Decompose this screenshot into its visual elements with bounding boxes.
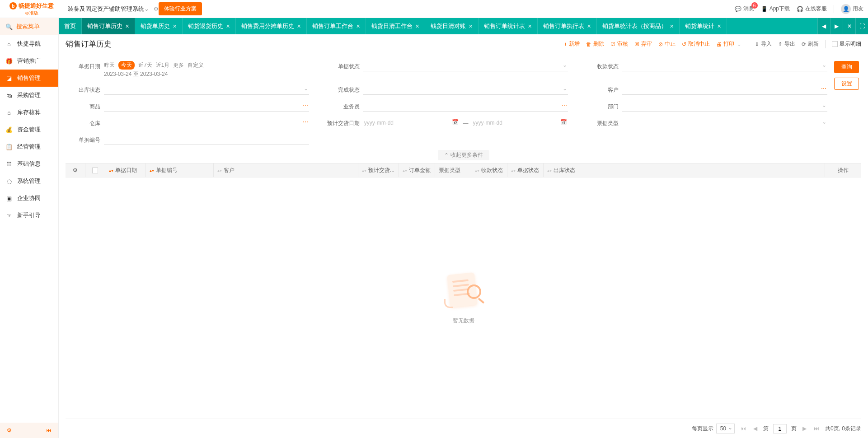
done-status-select[interactable] — [363, 84, 568, 95]
calendar-icon[interactable]: 📅 — [560, 119, 567, 125]
col-settings[interactable]: ⚙ — [66, 163, 85, 177]
page-last[interactable]: ⏭ — [812, 425, 821, 432]
collapse-sidebar-icon[interactable]: ⏮ — [46, 427, 52, 433]
tab[interactable]: 销售费用分摊单历史✕ — [236, 18, 307, 34]
tab[interactable]: 销货退货历史✕ — [183, 18, 236, 34]
calendar-icon[interactable]: 📅 — [452, 119, 459, 125]
settings-icon[interactable]: ⚙ — [7, 427, 12, 433]
stop-button[interactable]: ⊘中止 — [658, 40, 676, 48]
sidebar-item[interactable]: 💰资金管理 — [0, 121, 58, 138]
sidebar-item[interactable]: ⌂库存核算 — [0, 104, 58, 121]
tab-close-icon[interactable]: ✕ — [528, 23, 532, 29]
col-out[interactable]: ▴▾出库状态 — [544, 163, 825, 177]
tab[interactable]: 钱货日清工作台✕ — [366, 18, 425, 34]
date-yesterday[interactable]: 昨天 — [104, 61, 115, 69]
gear-icon[interactable]: ⚙ — [154, 6, 159, 12]
settings-button[interactable]: 设置 — [834, 78, 859, 90]
export-button[interactable]: ⇑导出 — [778, 40, 795, 48]
sidebar-search[interactable]: 🔍 搜索菜单 — [0, 18, 58, 35]
chevron-down-icon[interactable]: ⌄ — [563, 62, 567, 68]
tab[interactable]: 销售订单统计表✕ — [479, 18, 538, 34]
sidebar-item[interactable]: ☷基础信息 — [0, 155, 58, 172]
message-button[interactable]: 💬 消息 6 — [735, 5, 754, 13]
tab-close-icon[interactable]: ✕ — [356, 23, 360, 29]
tab-close-icon[interactable]: ✕ — [717, 23, 721, 29]
more-icon[interactable]: ⋯ — [821, 85, 826, 92]
online-service-button[interactable]: 🎧 在线客服 — [797, 5, 827, 13]
unstop-button[interactable]: ↺取消中止 — [682, 40, 710, 48]
date-month[interactable]: 近1月 — [156, 61, 170, 69]
chevron-down-icon[interactable]: ⌄ — [822, 102, 826, 108]
col-date[interactable]: ▴▾单据日期 — [105, 163, 146, 177]
abandon-button[interactable]: ☒弃审 — [634, 40, 652, 48]
app-download-button[interactable]: 📱 App下载 — [761, 5, 790, 13]
tab-close-icon[interactable]: ✕ — [415, 23, 419, 29]
doc-status-select[interactable] — [363, 61, 568, 71]
collapse-filters-button[interactable]: ⌃收起更多条件 — [438, 150, 489, 160]
ticket-type-select[interactable] — [622, 118, 827, 128]
product-picker[interactable] — [104, 101, 309, 112]
warehouse-picker[interactable] — [104, 118, 309, 128]
tab-fullscreen[interactable]: ⛶ — [855, 18, 868, 34]
sidebar-item[interactable]: ⌂快捷导航 — [0, 35, 58, 52]
tab[interactable]: 销售订单执行表✕ — [538, 18, 597, 34]
more-icon[interactable]: ⋯ — [303, 119, 308, 125]
tab-close-icon[interactable]: ✕ — [469, 23, 473, 29]
tab-close-icon[interactable]: ✕ — [125, 23, 129, 29]
more-icon[interactable]: ⋯ — [303, 102, 308, 108]
col-doc[interactable]: ▴▾单据状态 — [507, 163, 544, 177]
deliver-date-to[interactable] — [472, 118, 568, 128]
user-menu[interactable]: 👤 用友 — [841, 4, 863, 14]
deliver-date-from[interactable] — [363, 118, 460, 128]
col-deliver[interactable]: ▴▾预计交货... — [358, 163, 399, 177]
col-ticket[interactable]: 票据类型 — [435, 163, 471, 177]
system-select[interactable]: 装备及固定资产辅助管理系统⌄ ⚙ — [68, 5, 159, 13]
experience-button[interactable]: 体验行业方案 — [159, 2, 202, 15]
date-custom[interactable]: 自定义 — [188, 61, 204, 69]
tab-scroll-left[interactable]: ◀ — [817, 18, 830, 34]
sidebar-item[interactable]: ◌系统管理 — [0, 172, 58, 190]
query-button[interactable]: 查询 — [834, 61, 859, 73]
col-no[interactable]: ▴▾单据编号 — [146, 163, 214, 177]
tab[interactable]: 销货单历史✕ — [135, 18, 183, 34]
chevron-down-icon[interactable]: ⌄ — [563, 85, 567, 92]
tab[interactable]: 销货单统计表（按商品）✕ — [597, 18, 680, 34]
import-button[interactable]: ⇓导入 — [755, 40, 772, 48]
tab[interactable]: 销货单统计✕ — [680, 18, 727, 34]
tab-close-all[interactable]: ✕ — [843, 18, 855, 34]
tab[interactable]: 销售订单工作台✕ — [307, 18, 366, 34]
audit-button[interactable]: ☑审核 — [610, 40, 628, 48]
sidebar-item[interactable]: 📋经营管理 — [0, 138, 58, 155]
page-input[interactable] — [773, 424, 787, 433]
date-more[interactable]: 更多 — [173, 61, 184, 69]
chevron-down-icon[interactable]: ⌄ — [304, 85, 308, 92]
tab[interactable]: 销售订单历史✕ — [82, 18, 135, 34]
chevron-down-icon[interactable]: ⌄ — [822, 119, 826, 125]
customer-picker[interactable] — [622, 84, 827, 95]
col-amount[interactable]: ▴▾订单金额 — [399, 163, 435, 177]
doc-no-input[interactable] — [104, 135, 309, 145]
page-next[interactable]: ▶ — [801, 425, 808, 432]
pay-status-select[interactable] — [622, 61, 827, 71]
refresh-button[interactable]: ⟳刷新 — [802, 40, 819, 48]
col-customer[interactable]: ▴▾客户 — [214, 163, 358, 177]
dept-select[interactable] — [622, 101, 827, 112]
page-size-select[interactable]: 50 — [716, 424, 735, 433]
tab-close-icon[interactable]: ✕ — [587, 23, 591, 29]
page-first[interactable]: ⏮ — [739, 425, 747, 432]
new-button[interactable]: +新增 — [564, 40, 580, 48]
sidebar-item[interactable]: ▣企业协同 — [0, 190, 58, 207]
tab-home[interactable]: 首页 — [59, 18, 82, 34]
sidebar-item[interactable]: 🛍采购管理 — [0, 87, 58, 104]
sidebar-item[interactable]: ◪销售管理 — [0, 70, 58, 87]
tab-close-icon[interactable]: ✕ — [297, 23, 301, 29]
print-button[interactable]: 🖨打印⌄ — [716, 40, 741, 48]
tab[interactable]: 钱货日清对账✕ — [425, 18, 479, 34]
tab-scroll-right[interactable]: ▶ — [830, 18, 843, 34]
page-prev[interactable]: ◀ — [752, 425, 759, 432]
date-today[interactable]: 今天 — [118, 61, 135, 70]
show-detail-toggle[interactable]: 显示明细 — [832, 40, 861, 48]
salesman-picker[interactable] — [363, 101, 568, 112]
sidebar-item[interactable]: 🎁营销推广 — [0, 52, 58, 70]
date-week[interactable]: 近7天 — [138, 61, 152, 69]
